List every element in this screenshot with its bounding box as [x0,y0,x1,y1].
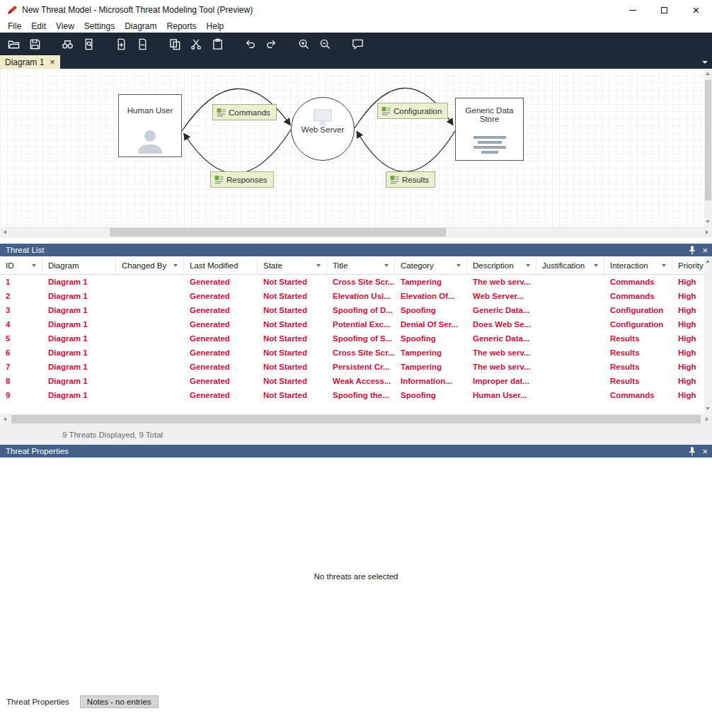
undo-button[interactable] [239,34,260,54]
threat-cell-category: Spoofing [395,334,467,343]
maximize-button[interactable] [648,0,680,20]
close-panel-icon[interactable] [702,447,708,456]
scroll-up-icon[interactable] [706,72,710,75]
threat-row[interactable]: 9Diagram 1GeneratedNot StartedSpoofing t… [0,388,712,402]
threat-cell-last_modified: Generated [184,278,258,286]
flow-label-commands[interactable]: Commands [212,104,277,120]
threat-cell-title: Spoofing the... [327,391,395,399]
scroll-left-icon[interactable] [4,230,6,234]
copy-button[interactable] [164,34,185,54]
threat-row[interactable]: 2Diagram 1GeneratedNot StartedElevation … [0,289,712,303]
flow-label-responses[interactable]: Responses [210,171,274,188]
scroll-up-icon[interactable] [706,260,710,263]
pin-icon[interactable] [689,447,696,456]
filter-dropdown-icon[interactable] [173,264,178,267]
cut-button[interactable] [185,34,207,54]
filter-dropdown-icon[interactable] [594,264,598,267]
flow-label-configuration[interactable]: Configuration [377,103,448,119]
remove-diagram-button[interactable] [132,34,153,54]
splitter[interactable] [0,238,712,244]
flow-label-text: Configuration [394,107,442,115]
threat-row[interactable]: 6Diagram 1GeneratedNot StartedCross Site… [0,346,712,360]
menu-diagram[interactable]: Diagram [120,20,161,33]
column-header-id[interactable]: ID [0,256,42,274]
node-label: Web Server [292,125,354,134]
menu-help[interactable]: Help [202,20,229,33]
close-button[interactable] [680,0,712,20]
scrollbar-thumb[interactable] [11,415,701,423]
menu-edit[interactable]: Edit [26,20,51,33]
canvas-horizontal-scrollbar[interactable] [0,227,712,238]
column-header-interaction[interactable]: Interaction [604,256,672,274]
paste-button[interactable] [207,34,228,54]
threat-cell-description: Improper dat... [467,377,536,385]
filter-dropdown-icon[interactable] [316,264,321,267]
node-human-user[interactable]: Human User [118,94,182,157]
flow-responses-path[interactable] [185,130,291,174]
redo-button[interactable] [260,34,282,54]
column-header-state[interactable]: State [258,256,327,274]
column-header-last_modified[interactable]: Last Modified [184,256,258,274]
threat-cell-interaction: Commands [604,391,672,399]
feedback-button[interactable] [347,34,368,54]
tab-label: Threat Properties [6,698,69,706]
threat-cell-last_modified: Generated [184,334,258,343]
filter-dropdown-icon[interactable] [457,264,461,267]
threat-cell-state: Not Started [258,391,327,399]
flow-label-results[interactable]: Results [386,171,435,188]
node-generic-data-store[interactable]: Generic Data Store [455,98,524,161]
threat-row[interactable]: 7Diagram 1GeneratedNot StartedPersistent… [0,360,712,374]
column-header-title[interactable]: Title [327,256,395,274]
tab-diagram-1[interactable]: Diagram 1 [0,55,60,69]
maximize-icon [661,7,667,13]
tab-threat-properties[interactable]: Threat Properties [0,695,76,708]
tab-list-dropdown-icon[interactable] [702,61,708,64]
menu-reports[interactable]: Reports [162,20,202,33]
add-diagram-button[interactable] [110,34,132,54]
column-header-description[interactable]: Description [467,256,536,274]
filter-dropdown-icon[interactable] [662,264,666,267]
close-panel-icon[interactable] [702,246,708,255]
pin-icon[interactable] [689,246,696,255]
minimize-button[interactable] [616,0,648,20]
scroll-right-icon[interactable] [706,417,708,421]
validate-button[interactable] [78,34,99,54]
scroll-right-icon[interactable] [706,230,708,234]
menu-file[interactable]: File [3,20,26,33]
scroll-down-icon[interactable] [706,407,710,410]
zoom-in-button[interactable] [293,34,314,54]
scroll-down-icon[interactable] [706,220,710,223]
column-header-changed_by[interactable]: Changed By [116,256,184,274]
filter-dropdown-icon[interactable] [526,264,530,267]
threat-row[interactable]: 8Diagram 1GeneratedNot StartedWeak Acces… [0,374,712,388]
threat-row[interactable]: 1Diagram 1GeneratedNot StartedCross Site… [0,275,712,289]
scroll-left-icon[interactable] [4,417,6,421]
threat-row[interactable]: 4Diagram 1GeneratedNot StartedPotential … [0,317,712,331]
diagram-canvas[interactable]: Human User Web Server Generic Data Store [0,69,704,227]
flow-results-path[interactable] [357,131,455,172]
zoom-out-button[interactable] [314,34,335,54]
menu-settings[interactable]: Settings [79,20,120,33]
threat-list-horizontal-scrollbar[interactable] [0,414,712,425]
tab-notes[interactable]: Notes - no entries [80,695,159,708]
threat-row[interactable]: 5Diagram 1GeneratedNot StartedSpoofing o… [0,331,712,346]
scrollbar-thumb[interactable] [705,80,711,200]
threat-list-vertical-scrollbar[interactable] [704,256,712,414]
open-button[interactable] [3,34,24,54]
canvas-vertical-scrollbar[interactable] [704,69,712,227]
scrollbar-thumb[interactable] [110,228,446,237]
node-web-server[interactable]: Web Server [291,97,355,161]
find-button[interactable] [57,34,78,54]
threat-cell-title: Cross Site Scr... [327,278,395,286]
flow-label-text: Results [402,176,429,184]
column-header-category[interactable]: Category [395,256,467,274]
filter-dropdown-icon[interactable] [384,264,389,267]
filter-dropdown-icon[interactable] [32,264,36,267]
threat-row[interactable]: 3Diagram 1GeneratedNot StartedSpoofing o… [0,303,712,317]
save-button[interactable] [24,34,45,54]
menu-view[interactable]: View [51,20,79,33]
column-header-justification[interactable]: Justification [536,256,604,274]
tab-label: Notes - no entries [87,698,151,706]
column-header-diagram[interactable]: Diagram [42,256,116,274]
tab-close-icon[interactable] [50,57,55,67]
